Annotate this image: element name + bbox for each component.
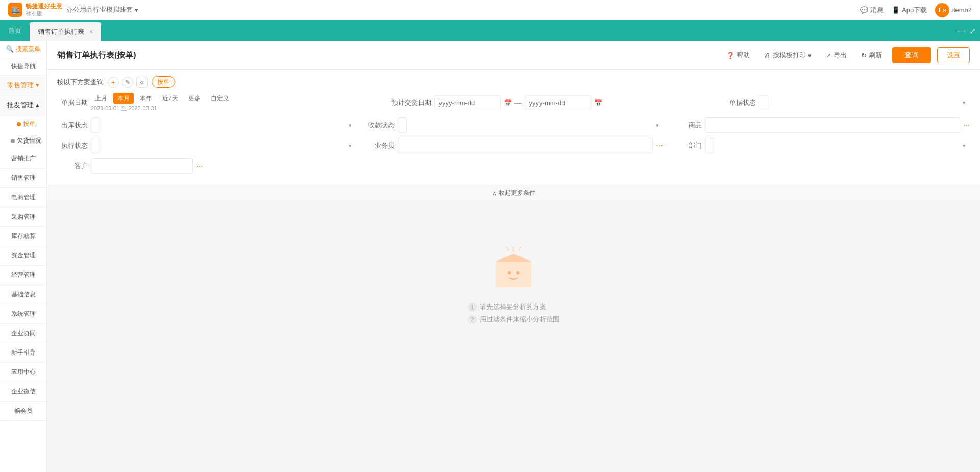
filter-row-1: 单据日期 上月 本月 本年 近7天 更多 自定义 2023-03-01 至 20… (57, 93, 970, 112)
payment-status-select[interactable] (398, 117, 407, 133)
sidebar-item-purchase[interactable]: 采购管理 (0, 207, 46, 227)
customer-label: 客户 (57, 161, 88, 171)
sidebar-search[interactable]: 🔍 搜索菜单 (0, 41, 46, 58)
chevron-up-icon: ▴ (36, 101, 39, 109)
expected-date-start[interactable] (434, 95, 501, 110)
date-shortcut-this-month[interactable]: 本月 (113, 93, 134, 104)
order-status-select[interactable] (759, 95, 768, 110)
sidebar-sub-debt[interactable]: 欠货情况 (0, 132, 46, 149)
sidebar-quick-nav[interactable]: 快捷导航 (0, 58, 46, 76)
hint-num-2: 2 (468, 315, 477, 324)
filter-inner: 按以下方案查询 + ✎ « 按单 单据日期 上月 (47, 70, 980, 185)
top-bar-right: 💬 消息 📱 App下载 Ea demo2 (860, 3, 972, 17)
expected-date-range: 📅 — 📅 (434, 95, 718, 110)
cal-end-icon[interactable]: 📅 (594, 99, 602, 107)
logo-icon: 🏬 (8, 3, 22, 17)
department-label: 部门 (671, 141, 702, 150)
department-select[interactable] (705, 138, 714, 153)
sidebar: 🔍 搜索菜单 快捷导航 零售管理 ▾ 批发管理 ▴ 按单 欠货情况 营销推广 销… (0, 41, 47, 472)
app-download-button[interactable]: 📱 App下载 (892, 6, 927, 15)
sidebar-item-system[interactable]: 系统管理 (0, 304, 46, 324)
empty-hint-1: 1 请先选择要分析的方案 (468, 302, 559, 312)
sidebar-item-wechat[interactable]: 企业微信 (0, 382, 46, 402)
logo-text-block: 畅捷通好生意 标准版 (26, 3, 62, 17)
tab-home[interactable]: 首页 (0, 20, 30, 41)
exec-status-select[interactable] (91, 138, 100, 153)
help-label: 帮助 (737, 51, 750, 60)
sidebar-item-wholesale-label: 批发管理 (7, 101, 34, 109)
filter-delivery-status-field: 出库状态 (57, 117, 356, 133)
filter-row-2: 出库状态 收款状态 (57, 117, 970, 133)
expected-date-end[interactable] (525, 95, 591, 110)
help-button[interactable]: ❓ 帮助 (722, 49, 754, 62)
sidebar-item-sales[interactable]: 销售管理 (0, 169, 46, 188)
product-dots-button[interactable]: ··· (963, 121, 970, 130)
sidebar-item-finance[interactable]: 资金管理 (0, 246, 46, 266)
sidebar-item-ecommerce[interactable]: 电商管理 (0, 188, 46, 207)
sidebar-sub-press[interactable]: 按单 (0, 115, 46, 132)
tab-maximize-button[interactable]: ⤢ (969, 26, 976, 36)
svg-point-6 (516, 271, 519, 274)
collapse-bar[interactable]: ∧ 收起更多条件 (47, 185, 980, 200)
delivery-status-select[interactable] (91, 117, 100, 133)
logo-sub: 标准版 (26, 10, 62, 17)
user-menu[interactable]: Ea demo2 (935, 3, 972, 17)
sidebar-item-member[interactable]: 畅会员 (0, 402, 46, 421)
cal-start-icon[interactable]: 📅 (504, 99, 512, 107)
sidebar-item-basic[interactable]: 基础信息 (0, 285, 46, 304)
date-range-display: 2023-03-01 至 2023-03-31 (91, 105, 233, 112)
breadcrumb[interactable]: 办公用品行业模拟账套 ▾ (66, 5, 138, 14)
sidebar-item-operations-label: 经营管理 (11, 271, 36, 278)
date-shortcut-more[interactable]: 更多 (184, 93, 205, 104)
tab-sales-order[interactable]: 销售订单执行表 × (30, 22, 101, 41)
message-button[interactable]: 💬 消息 (860, 6, 884, 15)
scheme-add-button[interactable]: + (108, 77, 119, 88)
tab-close-icon[interactable]: × (89, 28, 93, 35)
sidebar-item-enterprise[interactable]: 企业协同 (0, 324, 46, 343)
customer-input[interactable] (91, 158, 193, 174)
scheme-tag[interactable]: 按单 (152, 76, 175, 88)
print-button[interactable]: 🖨 按模板打印 ▾ (760, 49, 816, 62)
sidebar-search-label: 搜索菜单 (16, 45, 40, 53)
sidebar-item-retail-label: 零售管理 (7, 81, 34, 89)
sidebar-item-wholesale[interactable]: 批发管理 ▴ (0, 96, 46, 115)
sidebar-item-sales-label: 销售管理 (11, 174, 36, 181)
export-button[interactable]: ↗ 导出 (822, 49, 851, 62)
sidebar-item-purchase-label: 采购管理 (11, 213, 36, 220)
salesperson-dots-button[interactable]: ··· (656, 141, 663, 150)
date-shortcut-custom[interactable]: 自定义 (207, 93, 233, 104)
scheme-edit-button[interactable]: ✎ (122, 77, 133, 88)
tab-minimize-button[interactable]: — (957, 26, 965, 35)
settings-button[interactable]: 设置 (937, 47, 970, 63)
filter-row-4: 客户 ··· (57, 158, 970, 174)
sidebar-item-operations[interactable]: 经营管理 (0, 266, 46, 285)
hint-num-1: 1 (468, 302, 477, 312)
refresh-button[interactable]: ↻ 刷新 (857, 49, 886, 62)
sidebar-item-newbie[interactable]: 新手引导 (0, 343, 46, 363)
sidebar-item-finance-label: 资金管理 (11, 252, 36, 259)
date-shortcut-last-month[interactable]: 上月 (91, 93, 111, 104)
sidebar-item-retail[interactable]: 零售管理 ▾ (0, 76, 46, 96)
delivery-status-label: 出库状态 (57, 121, 88, 130)
product-input[interactable] (705, 117, 960, 133)
sidebar-item-inventory[interactable]: 库存核算 (0, 227, 46, 246)
date-shortcut-this-year[interactable]: 本年 (136, 93, 156, 104)
page-title: 销售订单执行表(按单) (57, 50, 136, 61)
query-button[interactable]: 查询 (892, 47, 931, 63)
date-shortcut-7days[interactable]: 近7天 (158, 93, 182, 104)
breadcrumb-text: 办公用品行业模拟账套 (66, 5, 133, 14)
gray-dot-icon (11, 139, 15, 143)
filter-scheme-buttons: + ✎ « (108, 77, 148, 88)
scheme-collapse-button[interactable]: « (136, 77, 148, 88)
tab-sales-order-label: 销售订单执行表 (38, 27, 84, 36)
sidebar-item-basic-label: 基础信息 (11, 291, 36, 298)
salesperson-input[interactable] (398, 138, 653, 153)
customer-dots-button[interactable]: ··· (196, 161, 203, 171)
product-label: 商品 (671, 121, 702, 130)
filter-row-3: 执行状态 业务员 ··· 部门 (57, 138, 970, 153)
filter-date-field: 单据日期 上月 本月 本年 近7天 更多 自定义 2023-03-01 至 20… (57, 93, 383, 112)
logo-text: 畅捷通好生意 (26, 3, 62, 10)
sidebar-item-marketing[interactable]: 营销推广 (0, 149, 46, 169)
sidebar-item-apps[interactable]: 应用中心 (0, 363, 46, 382)
hint-text-2: 用过滤条件来缩小分析范围 (480, 315, 559, 324)
